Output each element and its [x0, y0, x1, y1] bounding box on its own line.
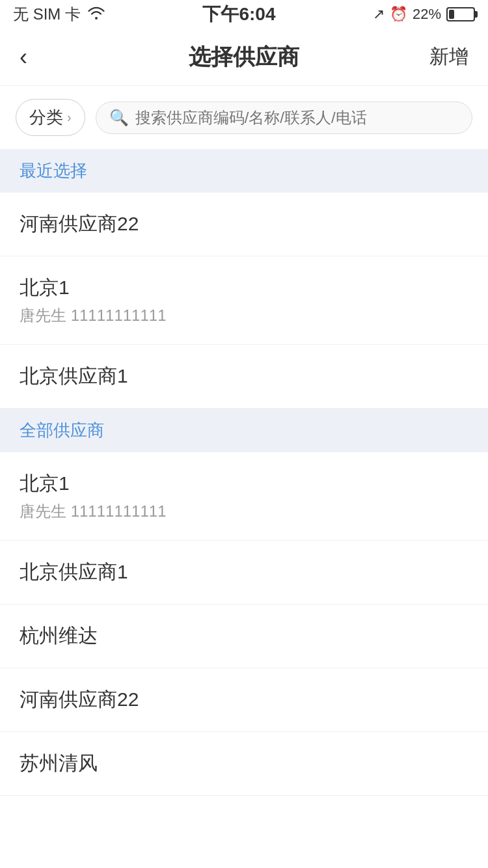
item-name: 河南供应商22: [20, 211, 468, 237]
all-section-label: 全部供应商: [20, 420, 104, 440]
page-title: 选择供应商: [189, 42, 299, 72]
status-right: ↗ ⏰ 22%: [373, 6, 475, 23]
all-list: 北京1唐先生 11111111111北京供应商1杭州维达河南供应商22苏州清风: [0, 452, 488, 796]
status-left: 无 SIM 卡: [13, 4, 105, 25]
list-item[interactable]: 北京1唐先生 11111111111: [0, 452, 488, 541]
search-icon: 🔍: [109, 109, 129, 127]
location-icon: ↗: [373, 6, 385, 23]
recent-section-label: 最近选择: [20, 161, 87, 180]
battery-percent: 22%: [413, 6, 441, 23]
list-item[interactable]: 苏州清风: [0, 732, 488, 796]
search-input[interactable]: [135, 109, 459, 127]
chevron-right-icon: ›: [67, 110, 72, 125]
sim-label: 无 SIM 卡: [13, 4, 81, 25]
item-name: 北京供应商1: [20, 559, 468, 586]
list-item[interactable]: 北京供应商1: [0, 541, 488, 604]
add-button[interactable]: 新增: [429, 44, 468, 70]
battery-icon: [446, 7, 475, 21]
recent-section-header: 最近选择: [0, 149, 488, 193]
status-time: 下午6:04: [202, 2, 275, 27]
list-item[interactable]: 杭州维达: [0, 604, 488, 668]
item-name: 北京1: [20, 275, 468, 301]
item-name: 杭州维达: [20, 623, 468, 649]
status-bar: 无 SIM 卡 下午6:04 ↗ ⏰ 22%: [0, 0, 488, 29]
category-label: 分类: [29, 106, 63, 129]
category-button[interactable]: 分类 ›: [16, 99, 85, 136]
item-sub: 唐先生 11111111111: [20, 305, 468, 326]
item-name: 北京供应商1: [20, 363, 468, 390]
item-name: 河南供应商22: [20, 686, 468, 713]
item-name: 苏州清风: [20, 750, 468, 777]
item-sub: 唐先生 11111111111: [20, 501, 468, 522]
item-name: 北京1: [20, 470, 468, 497]
nav-bar: ‹ 选择供应商 新增: [0, 29, 488, 86]
list-item[interactable]: 北京供应商1: [0, 345, 488, 409]
back-button[interactable]: ‹: [20, 44, 59, 71]
list-item[interactable]: 河南供应商22: [0, 193, 488, 256]
alarm-icon: ⏰: [390, 6, 407, 23]
recent-list: 河南供应商22北京1唐先生 11111111111北京供应商1: [0, 193, 488, 409]
filter-bar: 分类 › 🔍: [0, 86, 488, 149]
list-item[interactable]: 北京1唐先生 11111111111: [0, 256, 488, 345]
all-section-header: 全部供应商: [0, 409, 488, 452]
list-item[interactable]: 河南供应商22: [0, 668, 488, 732]
search-box: 🔍: [96, 102, 472, 134]
wifi-icon: [87, 5, 105, 23]
